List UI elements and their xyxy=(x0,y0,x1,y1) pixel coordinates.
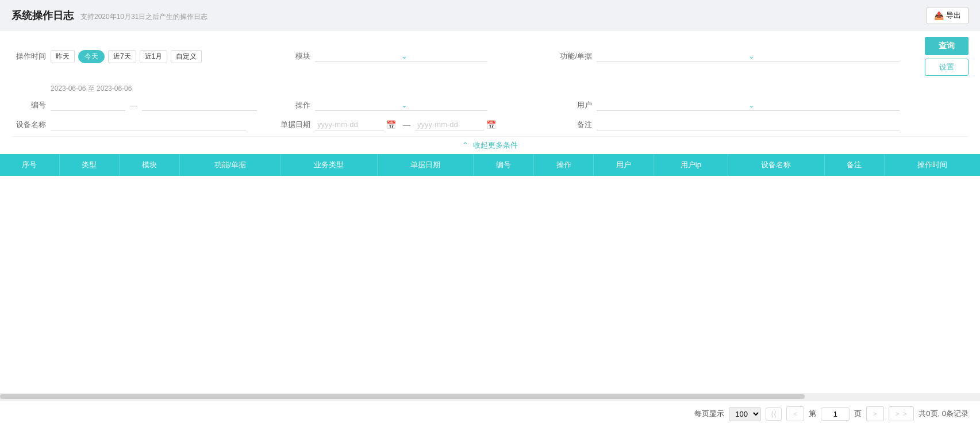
function-chevron-icon: ⌄ xyxy=(748,52,898,60)
id-input-end[interactable] xyxy=(142,99,257,111)
remark-input[interactable] xyxy=(597,119,900,130)
filter-row-2: 编号 — 操作 ⌄ 用户 ⌄ xyxy=(11,99,969,111)
prev-page-button[interactable]: ＜ xyxy=(786,406,804,421)
col-module: 模块 xyxy=(120,154,179,176)
remark-filter-col: 备注 xyxy=(552,119,900,130)
calendar-icon-end[interactable]: 📅 xyxy=(486,120,496,129)
settings-button[interactable]: 设置 xyxy=(925,59,969,76)
filter-section: 操作时间 昨天 今天 近7天 近1月 自定义 模块 ⌄ 功能/单据 xyxy=(0,31,980,154)
module-label: 模块 xyxy=(276,51,310,61)
col-biz-type: 业务类型 xyxy=(281,154,378,176)
pagination-summary: 共0页, 0条记录 xyxy=(918,409,969,419)
user-chevron-icon: ⌄ xyxy=(748,101,898,109)
operation-chevron-icon: ⌄ xyxy=(401,101,485,109)
query-button[interactable]: 查询 xyxy=(925,37,969,55)
user-label: 用户 xyxy=(552,100,592,110)
doc-date-dash: — xyxy=(403,121,410,129)
operation-filter-col: 操作 ⌄ xyxy=(276,99,552,111)
data-table: 序号 类型 模块 功能/单据 业务类型 单据日期 编号 操作 用户 用户ip 设… xyxy=(0,154,980,176)
id-filter-col: 编号 — xyxy=(11,99,276,111)
doc-date-label: 单据日期 xyxy=(276,120,310,130)
module-dropdown[interactable]: ⌄ xyxy=(315,51,487,62)
col-remark: 备注 xyxy=(824,154,884,176)
next-page-button[interactable]: ＞ xyxy=(866,406,884,421)
remark-label: 备注 xyxy=(552,120,592,130)
collapse-bar[interactable]: ⌃ 收起更多条件 xyxy=(11,136,969,154)
time-btn-today[interactable]: 今天 xyxy=(78,50,105,63)
first-page-button[interactable]: ⟨⟨ xyxy=(766,407,782,421)
col-function: 功能/单据 xyxy=(179,154,280,176)
function-filter-col: 功能/单据 ⌄ xyxy=(552,51,900,62)
calendar-icon-start[interactable]: 📅 xyxy=(386,120,396,129)
col-type: 类型 xyxy=(59,154,119,176)
col-index: 序号 xyxy=(0,154,59,176)
time-btn-custom[interactable]: 自定义 xyxy=(171,50,202,63)
export-label: 导出 xyxy=(946,10,961,21)
time-btn-7days[interactable]: 近7天 xyxy=(108,50,136,63)
page-input[interactable] xyxy=(821,407,850,421)
col-user-ip: 用户ip xyxy=(654,154,728,176)
page-size-select[interactable]: 100 50 200 xyxy=(729,407,761,421)
id-label: 编号 xyxy=(11,100,46,110)
device-filter-col: 设备名称 xyxy=(11,119,276,130)
collapse-label: 收起更多条件 xyxy=(473,141,518,149)
module-chevron-icon: ⌄ xyxy=(401,52,485,60)
scrollbar-thumb xyxy=(0,394,805,399)
device-label: 设备名称 xyxy=(11,120,46,130)
id-input-start[interactable] xyxy=(51,99,125,111)
page-unit: 页 xyxy=(854,409,862,419)
operation-label: 操作 xyxy=(276,100,310,110)
last-page-button[interactable]: ＞＞ xyxy=(889,406,914,421)
time-filter-group: 昨天 今天 近7天 近1月 自定义 xyxy=(51,50,202,63)
pagination-bar: 每页显示 100 50 200 ⟨⟨ ＜ 第 页 ＞ ＞＞ 共0页, 0条记录 xyxy=(0,400,980,427)
user-filter-col: 用户 ⌄ xyxy=(552,99,900,111)
page-size-label: 每页显示 xyxy=(694,409,724,419)
user-dropdown[interactable]: ⌄ xyxy=(597,99,900,111)
doc-date-start[interactable] xyxy=(315,119,384,130)
col-operation: 操作 xyxy=(533,154,593,176)
function-label: 功能/单据 xyxy=(552,51,592,61)
page-label: 第 xyxy=(809,409,816,419)
id-dash: — xyxy=(130,101,137,110)
col-user: 用户 xyxy=(594,154,654,176)
time-label: 操作时间 xyxy=(11,51,46,61)
date-range-display: 2023-06-06 至 2023-06-06 xyxy=(51,84,969,94)
time-filter-col: 操作时间 昨天 今天 近7天 近1月 自定义 xyxy=(11,50,276,63)
horizontal-scrollbar[interactable] xyxy=(0,393,980,400)
table-wrapper: 序号 类型 模块 功能/单据 业务类型 单据日期 编号 操作 用户 用户ip 设… xyxy=(0,154,980,393)
page-header: 系统操作日志 支持2020年10月31日之后产生的操作日志 📤 导出 xyxy=(0,0,980,31)
module-filter-col: 模块 ⌄ xyxy=(276,51,552,62)
table-header-row: 序号 类型 模块 功能/单据 业务类型 单据日期 编号 操作 用户 用户ip 设… xyxy=(0,154,980,176)
action-col: 查询 设置 xyxy=(900,37,969,76)
filter-row-3: 设备名称 单据日期 📅 — 📅 备注 xyxy=(11,119,969,130)
col-doc-date: 单据日期 xyxy=(377,154,474,176)
page-subtitle: 支持2020年10月31日之后产生的操作日志 xyxy=(80,12,207,22)
col-device: 设备名称 xyxy=(728,154,824,176)
function-dropdown[interactable]: ⌄ xyxy=(597,51,900,62)
filter-row-1: 操作时间 昨天 今天 近7天 近1月 自定义 模块 ⌄ 功能/单据 xyxy=(11,37,969,76)
col-op-time: 操作时间 xyxy=(884,154,980,176)
collapse-chevron-icon: ⌃ xyxy=(462,141,468,149)
time-btn-yesterday[interactable]: 昨天 xyxy=(51,50,75,63)
time-btn-1month[interactable]: 近1月 xyxy=(140,50,168,63)
doc-date-end[interactable] xyxy=(415,119,484,130)
page-title: 系统操作日志 xyxy=(11,9,74,22)
col-id: 编号 xyxy=(474,154,533,176)
device-input[interactable] xyxy=(51,119,246,130)
export-icon: 📤 xyxy=(934,11,944,20)
doc-date-filter-col: 单据日期 📅 — 📅 xyxy=(276,119,552,130)
operation-dropdown[interactable]: ⌄ xyxy=(315,99,487,111)
export-button[interactable]: 📤 导出 xyxy=(927,7,969,24)
